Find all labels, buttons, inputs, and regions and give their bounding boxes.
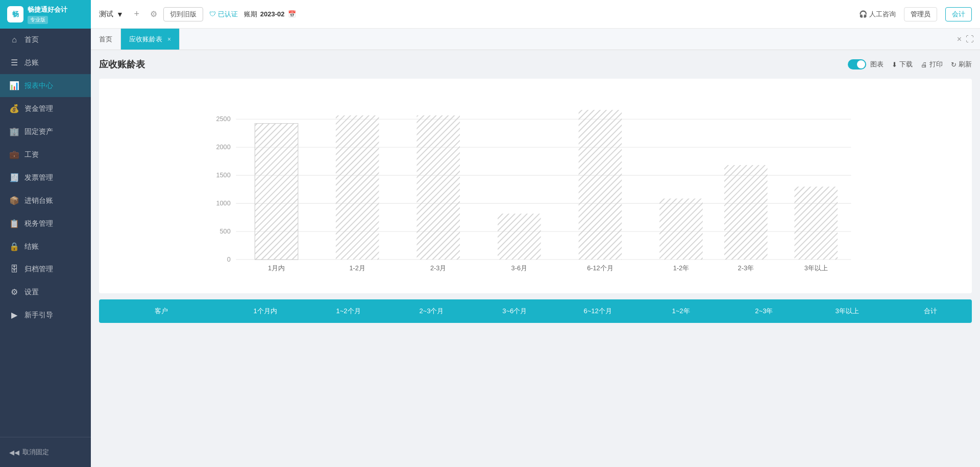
sidebar-item-tax[interactable]: 📋 税务管理 xyxy=(0,212,91,235)
sidebar-item-archive[interactable]: 🗄 归档管理 xyxy=(0,258,91,281)
expand-panel-button[interactable]: ⛶ xyxy=(966,35,974,44)
sidebar-item-label: 新手引导 xyxy=(24,311,53,320)
sidebar-logo: 畅 畅捷通好会计 专业版 xyxy=(0,0,91,29)
svg-text:1-2月: 1-2月 xyxy=(349,265,365,272)
home-icon: ⌂ xyxy=(9,35,19,44)
toggle-label: 图表 xyxy=(870,60,884,69)
help-button[interactable]: 🎧 人工咨询 xyxy=(859,10,896,19)
svg-rect-16 xyxy=(416,115,460,260)
old-version-button[interactable]: 切到旧版 xyxy=(163,7,203,21)
sidebar-item-assets[interactable]: 🏢 固定资产 xyxy=(0,120,91,143)
sidebar-item-label: 工资 xyxy=(24,150,39,159)
sidebar-item-settings[interactable]: ⚙ 设置 xyxy=(0,281,91,303)
sidebar-item-ledger[interactable]: ☰ 总账 xyxy=(0,51,91,74)
toggle-switch[interactable] xyxy=(848,59,866,69)
data-table: 客户1个月内1~2个月2~3个月3~6个月6~12个月1~2年2~3年3年以上合… xyxy=(99,299,972,323)
sidebar-item-label: 首页 xyxy=(24,35,39,44)
headset-icon: 🎧 xyxy=(859,10,867,18)
sidebar-item-label: 归档管理 xyxy=(24,265,53,274)
sidebar-nav: ⌂ 首页 ☰ 总账 📊 报表中心 💰 资金管理 🏢 固定资产 💼 工资 🧾 发票… xyxy=(0,29,91,437)
svg-text:0: 0 xyxy=(227,256,231,263)
app-logo-icon: 畅 xyxy=(7,6,23,22)
sidebar-item-invoice[interactable]: 🧾 发票管理 xyxy=(0,166,91,189)
company-selector[interactable]: 测试 ▼ xyxy=(99,10,124,19)
tabbar-right-buttons: × ⛶ xyxy=(957,29,980,50)
table-header-cell: 1~2个月 xyxy=(307,299,390,323)
table-header-row: 客户1个月内1~2个月2~3个月3~6个月6~12个月1~2年2~3年3年以上合… xyxy=(99,299,972,323)
download-button[interactable]: ⬇ 下载 xyxy=(892,60,913,69)
svg-text:1月内: 1月内 xyxy=(268,265,285,272)
app-name: 畅捷通好会计 xyxy=(28,5,67,14)
print-icon: 🖨 xyxy=(921,61,927,68)
sidebar-item-funds[interactable]: 💰 资金管理 xyxy=(0,97,91,120)
assets-icon: 🏢 xyxy=(9,127,19,136)
sidebar-item-guide[interactable]: ▶ 新手引导 xyxy=(0,303,91,326)
calendar-icon[interactable]: 📅 xyxy=(288,10,296,18)
app-logo-text: 畅捷通好会计 专业版 xyxy=(28,5,67,24)
svg-text:2-3年: 2-3年 xyxy=(738,265,754,272)
svg-text:2-3月: 2-3月 xyxy=(430,265,446,272)
table-header-cell: 1个月内 xyxy=(224,299,307,323)
print-label: 打印 xyxy=(929,60,943,69)
reports-icon: 📊 xyxy=(9,81,19,90)
svg-rect-18 xyxy=(579,110,622,260)
pin-icon: ◀◀ xyxy=(9,449,19,456)
svg-rect-20 xyxy=(724,165,768,260)
sidebar-item-label: 进销台账 xyxy=(24,196,53,205)
svg-rect-21 xyxy=(794,186,838,260)
sidebar-item-label: 资金管理 xyxy=(24,104,53,113)
tab-close-icon[interactable]: × xyxy=(167,36,171,43)
accounting-period: 账期 2023-02 📅 xyxy=(244,10,296,19)
cancel-pin-label: 取消固定 xyxy=(22,448,49,457)
tab-应收账龄表[interactable]: 应收账龄表× xyxy=(121,29,180,50)
tab-label: 首页 xyxy=(99,35,112,44)
print-button[interactable]: 🖨 打印 xyxy=(921,60,943,69)
chart-toggle[interactable]: 图表 xyxy=(848,59,884,69)
topbar-right: 🎧 人工咨询 管理员 会计 xyxy=(859,7,972,21)
role-button[interactable]: 会计 xyxy=(945,7,972,21)
svg-rect-19 xyxy=(659,199,703,260)
sidebar-item-salary[interactable]: 💼 工资 xyxy=(0,143,91,166)
svg-text:3-6月: 3-6月 xyxy=(511,265,527,272)
svg-text:500: 500 xyxy=(220,228,231,235)
svg-text:1000: 1000 xyxy=(216,200,231,207)
archive-icon: 🗄 xyxy=(9,265,19,274)
tab-首页[interactable]: 首页 xyxy=(91,29,121,50)
sidebar-item-purchase[interactable]: 📦 进销台账 xyxy=(0,189,91,212)
table-header-cell: 合计 xyxy=(889,299,972,323)
sidebar: 畅 畅捷通好会计 专业版 ⌂ 首页 ☰ 总账 📊 报表中心 💰 资金管理 🏢 固… xyxy=(0,0,91,467)
sidebar-item-label: 总账 xyxy=(24,58,39,67)
svg-text:2000: 2000 xyxy=(216,144,231,151)
page-title: 应收账龄表 xyxy=(99,58,145,71)
settings-button[interactable]: ⚙ xyxy=(150,9,157,19)
admin-button[interactable]: 管理员 xyxy=(904,7,937,21)
sidebar-item-home[interactable]: ⌂ 首页 xyxy=(0,29,91,51)
help-label: 人工咨询 xyxy=(869,10,896,19)
add-company-button[interactable]: + xyxy=(130,7,144,21)
ledger-icon: ☰ xyxy=(9,58,19,67)
tax-icon: 📋 xyxy=(9,219,19,228)
sidebar-item-label: 设置 xyxy=(24,288,39,297)
svg-text:6-12个月: 6-12个月 xyxy=(587,265,613,272)
table-header-cell: 2~3个月 xyxy=(390,299,473,323)
invoice-icon: 🧾 xyxy=(9,173,19,182)
certified-label: 已认证 xyxy=(218,10,238,19)
salary-icon: 💼 xyxy=(9,150,19,159)
sidebar-item-closing[interactable]: 🔒 结账 xyxy=(0,235,91,258)
page-actions: 图表 ⬇ 下载 🖨 打印 ↻ 刷新 xyxy=(848,59,972,69)
sidebar-item-reports[interactable]: 📊 报表中心 xyxy=(0,74,91,97)
sidebar-item-label: 税务管理 xyxy=(24,219,53,228)
close-panel-button[interactable]: × xyxy=(957,35,962,44)
funds-icon: 💰 xyxy=(9,104,19,113)
page-header: 应收账龄表 图表 ⬇ 下载 🖨 打印 ↻ 刷新 xyxy=(99,58,972,73)
table-header-cell: 3年以上 xyxy=(805,299,889,323)
refresh-button[interactable]: ↻ 刷新 xyxy=(951,60,972,69)
period-value: 2023-02 xyxy=(260,10,285,18)
tabbar: 首页应收账龄表× × ⛶ xyxy=(91,29,980,50)
svg-rect-15 xyxy=(336,115,379,260)
cancel-pin-button[interactable]: ◀◀ 取消固定 xyxy=(0,442,91,462)
certification-status: 🛡 已认证 xyxy=(209,10,238,19)
svg-text:2500: 2500 xyxy=(216,115,231,123)
sidebar-item-label: 固定资产 xyxy=(24,127,53,136)
svg-text:1500: 1500 xyxy=(216,172,231,179)
